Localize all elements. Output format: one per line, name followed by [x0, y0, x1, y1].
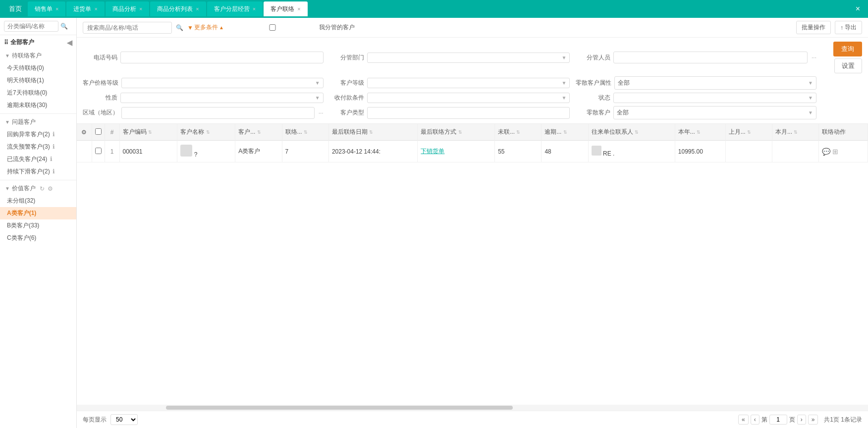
- row-overdue-cell: 48: [542, 141, 588, 162]
- last-page-button[interactable]: »: [808, 415, 818, 425]
- sidebar-item-churn-warning[interactable]: 流失预警客户(3) ℹ: [0, 141, 76, 153]
- row-last-method-cell[interactable]: 下销货单: [418, 141, 495, 162]
- filter-search-icon[interactable]: 🔍: [176, 24, 183, 31]
- scrollbar-thumb[interactable]: [166, 406, 513, 410]
- value-settings-icon[interactable]: ⚙: [48, 185, 53, 192]
- col-last-month-sort[interactable]: ⇅: [747, 130, 751, 135]
- filter-status-select[interactable]: ▼: [613, 93, 816, 103]
- my-customers-label: 我分管的客户: [319, 23, 355, 32]
- export-button[interactable]: ↑ 导出: [835, 21, 862, 34]
- table-col-name: 客户名称 ⇅: [177, 124, 235, 141]
- col-last-date-sort[interactable]: ⇅: [369, 130, 373, 135]
- prev-page-button[interactable]: ‹: [751, 415, 760, 425]
- row-checkbox-cell[interactable]: [92, 141, 105, 162]
- filter-region-dots[interactable]: ···: [319, 109, 324, 116]
- problem-group-text: 问题客户: [12, 118, 36, 126]
- col-level-sort[interactable]: ⇅: [257, 130, 261, 135]
- sidebar-item-overdue[interactable]: 逾期未联络(30): [0, 99, 76, 111]
- filter-person: 分管人员 ···: [576, 52, 816, 63]
- sidebar-search-icon[interactable]: 🔍: [60, 23, 68, 30]
- table-col-last-date: 最后联络日期 ⇅: [328, 124, 418, 141]
- sidebar-item-c-class[interactable]: C类客户(6): [0, 232, 76, 244]
- nav-tab-customer-mgmt[interactable]: 客户分层经营 ×: [207, 1, 263, 16]
- sidebar-collapse-btn[interactable]: ◀: [67, 39, 72, 47]
- page-number-input[interactable]: [769, 415, 787, 425]
- nav-tab-sales-close[interactable]: ×: [55, 6, 58, 12]
- nav-tab-analysis[interactable]: 商品分析 ×: [106, 1, 149, 16]
- declining-label: 持续下滑客户(2): [7, 168, 50, 175]
- batch-op-button[interactable]: 批量操作: [796, 21, 831, 34]
- query-button[interactable]: 查询: [833, 42, 862, 56]
- nav-tab-purchase-close[interactable]: ×: [94, 6, 97, 12]
- page-size-select[interactable]: 10 20 50 100: [110, 414, 138, 425]
- search-input[interactable]: [83, 22, 172, 34]
- filter-customer-type-input[interactable]: [367, 107, 570, 119]
- filter-customer-type-label: 客户类型: [329, 108, 364, 117]
- filter-person-input[interactable]: [613, 52, 808, 63]
- filter-actions: 批量操作 ↑ 导出: [796, 21, 862, 34]
- filter-phone-input[interactable]: [120, 52, 324, 63]
- filter-price-level-select[interactable]: ▼: [121, 78, 324, 88]
- filter-person-dots[interactable]: ···: [812, 54, 816, 61]
- filter-nature-select[interactable]: ▼: [120, 93, 324, 103]
- filter-region-input[interactable]: [121, 107, 315, 119]
- sidebar-item-repurchase-abnormal[interactable]: 回购异常客户(2) ℹ: [0, 128, 76, 141]
- col-name-sort[interactable]: ⇅: [206, 130, 210, 135]
- sidebar-item-today[interactable]: 今天待联络(0): [0, 62, 76, 74]
- filter-retail-attr-select[interactable]: 全部 ▼: [614, 76, 816, 90]
- filter-region: 区域（地区） ···: [83, 107, 324, 119]
- grid-action-icon[interactable]: ⊞: [832, 148, 838, 156]
- nav-tab-sales[interactable]: 销售单 ×: [28, 1, 65, 16]
- next-page-button[interactable]: ›: [797, 415, 806, 425]
- filter-customer-level-select[interactable]: ▼: [367, 78, 570, 88]
- table-col-uncontacted: 未联... ⇅: [495, 124, 542, 141]
- filter-retail-customer-select[interactable]: 全部 ▼: [613, 106, 816, 119]
- close-all-button[interactable]: ×: [852, 4, 864, 13]
- value-refresh-icon[interactable]: ↻: [40, 185, 45, 192]
- sidebar-item-declining[interactable]: 持续下滑客户(2) ℹ: [0, 165, 76, 178]
- nav-tab-analysis-list-close[interactable]: ×: [196, 6, 199, 12]
- col-this-year-sort[interactable]: ⇅: [697, 130, 701, 135]
- col-code-sort[interactable]: ⇅: [148, 130, 152, 135]
- nav-tab-customer-contact[interactable]: 客户联络 ×: [264, 1, 307, 16]
- horizontal-scrollbar[interactable]: [77, 405, 868, 411]
- table-settings-icon[interactable]: ⚙: [81, 129, 87, 136]
- batch-op-label: 批量操作: [802, 23, 825, 32]
- first-page-button[interactable]: «: [738, 415, 749, 425]
- page-size-label: 每页显示: [83, 416, 107, 424]
- my-customers-checkbox[interactable]: [228, 24, 317, 31]
- last-method-link[interactable]: 下销货单: [421, 148, 444, 155]
- col-contact-sort[interactable]: ⇅: [304, 130, 308, 135]
- filter-more-btn[interactable]: ▼ 更多条件 ▲: [187, 23, 224, 32]
- sidebar-item-b-class[interactable]: B类客户(33): [0, 219, 76, 232]
- filter-payment-select[interactable]: ▼: [367, 93, 570, 103]
- table-settings-col[interactable]: ⚙: [77, 124, 92, 141]
- all-customers-header[interactable]: ⠿ 全部客户 ◀: [0, 35, 76, 50]
- sidebar-item-a-class[interactable]: A类客户(1): [0, 207, 76, 219]
- col-contact-person-sort[interactable]: ⇅: [635, 130, 639, 135]
- nav-tab-purchase[interactable]: 进货单 ×: [66, 1, 104, 16]
- filter-dept-select[interactable]: ▼: [367, 53, 570, 63]
- my-customers-checkbox-wrap[interactable]: 我分管的客户: [228, 23, 355, 32]
- export-icon: ↑: [840, 24, 843, 31]
- repurchase-label: 回购异常客户(2): [7, 131, 50, 138]
- nav-tab-analysis-list[interactable]: 商品分析列表 ×: [150, 1, 206, 16]
- sidebar-item-tomorrow[interactable]: 明天待联络(1): [0, 74, 76, 87]
- sidebar-item-churned[interactable]: 已流失客户(24) ℹ: [0, 153, 76, 165]
- row-checkbox[interactable]: [95, 148, 102, 154]
- col-this-month-sort[interactable]: ⇅: [794, 130, 798, 135]
- sidebar-search-input[interactable]: [4, 21, 58, 32]
- col-uncontacted-sort[interactable]: ⇅: [516, 130, 520, 135]
- sidebar-item-7days[interactable]: 近7天待联络(0): [0, 87, 76, 99]
- nav-home[interactable]: 首页: [4, 2, 27, 15]
- nav-tab-analysis-close[interactable]: ×: [139, 6, 142, 12]
- nav-tab-customer-mgmt-close[interactable]: ×: [253, 6, 256, 12]
- nav-tab-customer-contact-close[interactable]: ×: [297, 6, 300, 12]
- table-checkbox-all-col[interactable]: [92, 124, 105, 141]
- chat-action-icon[interactable]: 💬: [822, 148, 830, 156]
- settings-button[interactable]: 设置: [834, 58, 862, 73]
- select-all-checkbox[interactable]: [95, 128, 102, 135]
- col-overdue-sort[interactable]: ⇅: [563, 130, 567, 135]
- sidebar-item-unclassified[interactable]: 未分组(32): [0, 195, 76, 207]
- col-last-method-sort[interactable]: ⇅: [458, 130, 462, 135]
